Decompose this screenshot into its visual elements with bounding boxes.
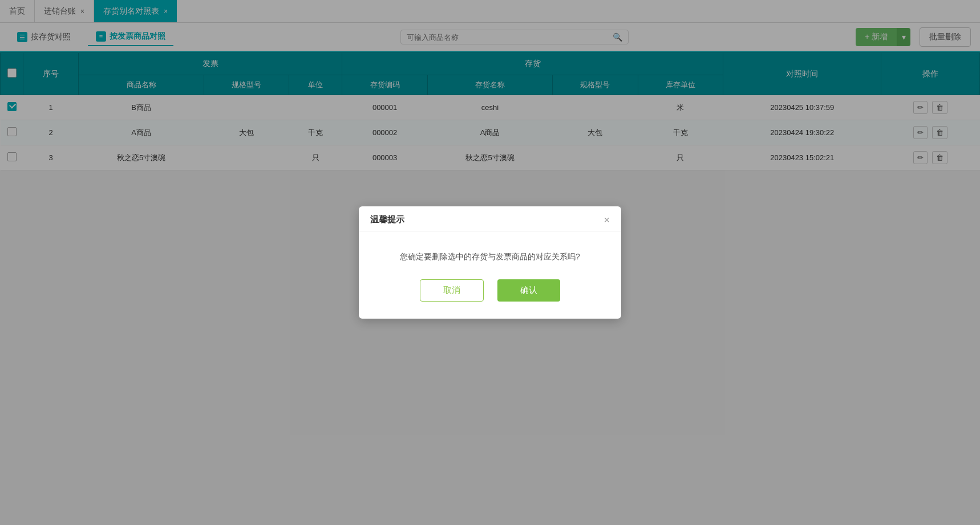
dialog-overlay: 温馨提示 × 您确定要删除选中的存货与发票商品的对应关系吗? 取消 确认 [0,0,980,170]
